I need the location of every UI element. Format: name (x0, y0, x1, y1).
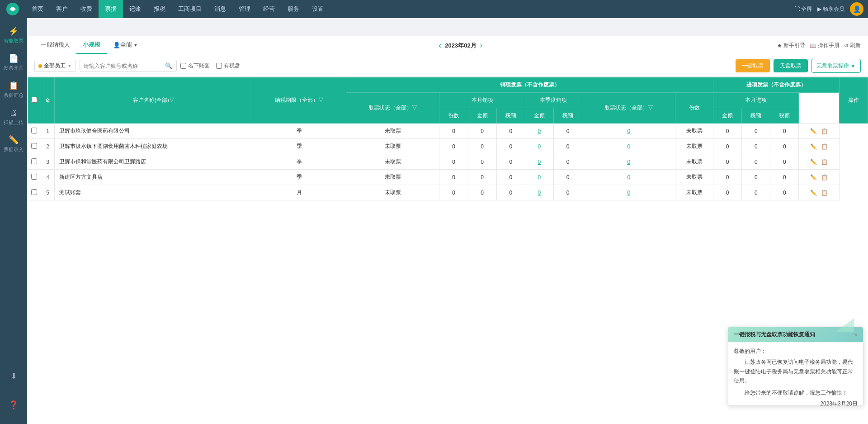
no-disk-ticket-btn[interactable]: 无盘取票 (774, 59, 808, 72)
nav-operation[interactable]: 经营 (257, 0, 281, 18)
next-month-btn[interactable]: › (480, 41, 483, 50)
notification-footer-text: 给您带来的不便敬请谅解，祝您工作愉快！ (734, 388, 858, 397)
sidebar-bottom: ⬇ ❓ (1, 363, 26, 419)
edit-icon[interactable]: ✏️ (810, 143, 817, 150)
nav-message[interactable]: 消息 (208, 0, 232, 18)
edit-icon[interactable]: ✏️ (810, 174, 817, 181)
row-purchase-month-tax: 0 (770, 185, 799, 200)
row-sales-month-count: 0 (439, 154, 468, 170)
employee-select[interactable]: 全部员工 ▼ (34, 60, 76, 72)
one-click-ticket-btn[interactable]: 一键取票 (736, 59, 770, 72)
notification-greeting: 尊敬的用户： (734, 347, 858, 356)
row-sales-quarter-amount: 0 (525, 139, 553, 154)
col-header-purchase-month-amount: 税额 (742, 108, 770, 124)
nav-business[interactable]: 工商项目 (172, 0, 208, 18)
col-group-purchase: 进项发票（不含作废票） (713, 77, 840, 93)
nav-home[interactable]: 首页 (25, 0, 50, 18)
avatar[interactable]: 👤 (850, 2, 863, 16)
nav-ticket[interactable]: 票据 (99, 0, 123, 18)
row-sales-year-amount: 0 (582, 185, 675, 200)
sidebar-download[interactable]: ⬇ (1, 363, 26, 389)
sidebar-label-entry: 票据录入 (4, 146, 24, 153)
checkbox-has-taxpad-input[interactable] (216, 63, 222, 69)
edit-icon[interactable]: ✏️ (810, 190, 817, 196)
col-header-sales-month-count: 份数 (439, 108, 468, 124)
row-checkbox[interactable] (28, 139, 41, 154)
row-checkbox[interactable] (28, 154, 41, 170)
refresh-btn[interactable]: ↺ 刷新 (844, 42, 861, 49)
nav-management[interactable]: 管理 (232, 0, 257, 18)
tab-all[interactable]: 👤 全能 ▼ (107, 37, 144, 54)
view-icon[interactable]: 📋 (821, 174, 828, 181)
row-sales-quarter-tax: 0 (553, 139, 582, 154)
notification-close-btn[interactable]: × (854, 331, 858, 338)
row-sales-month-count: 0 (439, 185, 468, 200)
view-icon[interactable]: 📋 (821, 190, 828, 196)
logo (5, 1, 21, 17)
table-row: 3 卫辉市保和堂医药有限公司卫辉路店 季 未取票 0 0 0 0 0 0 未取票… (28, 154, 868, 170)
col-group-sales: 销项发票（不含作废票） (346, 77, 713, 93)
col-header-sales-quarter-tax: 税额 (553, 108, 582, 124)
sidebar-item-invoice-open[interactable]: 📄 发票开具 (1, 50, 26, 75)
row-sales-status: 未取票 (346, 139, 439, 154)
row-name[interactable]: 测试账套 (55, 185, 253, 200)
checkbox-has-taxpad[interactable]: 有税盘 (216, 62, 240, 70)
entry-icon: ✏️ (9, 135, 19, 145)
no-disk-ticket-action-btn[interactable]: 无盘取票操作 ▼ (811, 59, 861, 73)
search-input[interactable] (80, 61, 161, 71)
prev-month-btn[interactable]: ‹ (439, 41, 441, 50)
view-icon[interactable]: 📋 (821, 159, 828, 165)
fullscreen-btn[interactable]: ⛶ 全屏 (794, 5, 812, 13)
nav-tax[interactable]: 报税 (147, 0, 172, 18)
nav-service[interactable]: 服务 (281, 0, 306, 18)
sidebar-label-intelligent: 智能取票 (4, 38, 24, 44)
select-all-checkbox[interactable] (31, 97, 37, 103)
row-name[interactable]: 卫辉市保和堂医药有限公司卫辉路店 (55, 154, 253, 170)
tab-general[interactable]: 一般纳税人 (34, 37, 76, 54)
employee-select-label: 全部员工 (44, 62, 66, 70)
row-sales-month-tax: 0 (496, 185, 525, 200)
top-tab-right-actions: ★ 新手引导 📖 操作手册 ↺ 刷新 (777, 42, 861, 49)
row-checkbox[interactable] (28, 185, 41, 200)
checkbox-my-accounts-input[interactable] (180, 63, 186, 69)
row-purchase-month-count: 0 (713, 170, 742, 185)
sidebar-item-intelligent[interactable]: ⚡ 智能取票 (1, 23, 26, 48)
col-header-sales-quarter: 本季度销项 (525, 93, 582, 108)
sidebar-item-entry[interactable]: ✏️ 票据录入 (1, 131, 26, 157)
row-sales-year-amount: 0 (582, 154, 675, 170)
notification-decoration (836, 318, 854, 332)
row-checkbox[interactable] (28, 124, 41, 139)
row-purchase-month-tax: 0 (770, 154, 799, 170)
sidebar-item-summary[interactable]: 📋 票据汇总 (1, 77, 26, 102)
row-no: 1 (41, 124, 55, 139)
notification-date: 2023年3月20日 (734, 399, 858, 405)
nav-items: 首页 客户 收费 票据 记账 报税 工商项目 消息 管理 经营 服务 设置 (25, 0, 794, 18)
sidebar-help[interactable]: ❓ (1, 392, 26, 418)
row-name[interactable]: 卫辉市玖玖健合医药有限公司 (55, 124, 253, 139)
nav-settings[interactable]: 设置 (306, 0, 330, 18)
view-icon[interactable]: 📋 (821, 128, 828, 134)
manual-btn[interactable]: 📖 操作手册 (810, 42, 840, 49)
nav-billing[interactable]: 收费 (74, 0, 99, 18)
row-sales-month-tax: 0 (496, 139, 525, 154)
row-purchase-month-tax: 0 (770, 124, 799, 139)
row-action: ✏️ 📋 (799, 154, 839, 170)
tab-small-scale[interactable]: 小规模 (76, 37, 107, 54)
row-name[interactable]: 新建区方方文具店 (55, 170, 253, 185)
nav-bookkeeping[interactable]: 记账 (123, 0, 147, 18)
edit-icon[interactable]: ✏️ (810, 159, 817, 165)
view-icon[interactable]: 📋 (821, 143, 828, 150)
row-name[interactable]: 卫辉市汲水镇下圆湖食用菌菌木种植家庭农场 (55, 139, 253, 154)
row-purchase-status: 未取票 (675, 170, 713, 185)
sidebar-item-scan[interactable]: 🖨 扫描上传 (1, 104, 26, 129)
row-no: 4 (41, 170, 55, 185)
edit-icon[interactable]: ✏️ (810, 128, 817, 134)
row-no: 3 (41, 154, 55, 170)
row-checkbox[interactable] (28, 170, 41, 185)
nav-customer[interactable]: 客户 (50, 0, 74, 18)
vip-btn[interactable]: ▶ 畅享会员 (817, 5, 844, 13)
checkbox-my-accounts[interactable]: 名下账套 (180, 62, 210, 70)
new-guide-btn[interactable]: ★ 新手引导 (777, 42, 805, 49)
col-header-sales-status: 取票状态（全部）▽ (346, 93, 439, 124)
search-button[interactable]: 🔍 (161, 60, 176, 71)
